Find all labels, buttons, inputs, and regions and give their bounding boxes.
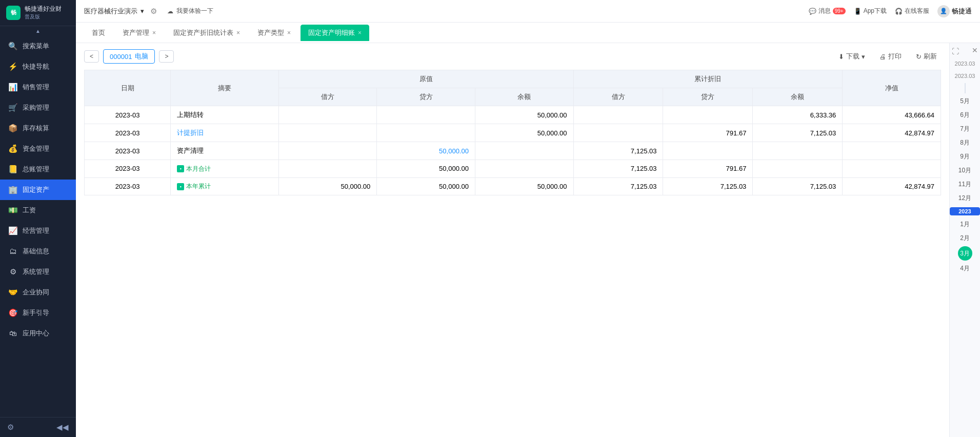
sidebar-item-label: 经营管理 bbox=[23, 226, 49, 235]
timeline-month-4[interactable]: 4月 bbox=[950, 262, 980, 275]
tab-asset-detail-close[interactable]: × bbox=[358, 29, 362, 36]
timeline-divider-1 bbox=[965, 83, 966, 93]
topbar-right: 💬 消息 99+ 📱 App下载 🎧 在线客服 👤 畅捷通 bbox=[809, 5, 972, 17]
timeline-month-7[interactable]: 7月 bbox=[950, 122, 980, 136]
tab-depreciation-table-close[interactable]: × bbox=[236, 29, 240, 36]
basicinfo-icon: 🗂 bbox=[8, 247, 17, 255]
col-original-debit: 借方 bbox=[278, 88, 377, 106]
asset-nav: < 000001 电脑 > bbox=[84, 49, 174, 64]
payroll-icon: 💵 bbox=[8, 206, 17, 215]
sidebar-item-collab[interactable]: 🤝 企业协同 bbox=[0, 282, 76, 303]
sidebar-item-guide[interactable]: 🎯 新手引导 bbox=[0, 303, 76, 323]
sidebar-item-sales[interactable]: 📊 销售管理 bbox=[0, 77, 76, 97]
sidebar-item-basicinfo[interactable]: 🗂 基础信息 bbox=[0, 241, 76, 262]
content-main: < 000001 电脑 > ⬇ 下载 ▾ 🖨 打印 bbox=[76, 43, 949, 437]
sidebar-item-funds[interactable]: 💰 资金管理 bbox=[0, 138, 76, 159]
monthly-badge: ▪ 本月合计 bbox=[177, 165, 211, 173]
sidebar-item-label: 快捷导航 bbox=[23, 62, 49, 71]
col-accum-credit: 贷方 bbox=[663, 88, 753, 106]
timeline-month-12[interactable]: 12月 bbox=[950, 191, 980, 205]
asset-next-btn[interactable]: > bbox=[159, 50, 174, 63]
sidebar-item-label: 应用中心 bbox=[23, 329, 49, 338]
message-badge: 99+ bbox=[833, 8, 846, 14]
sidebar-item-payroll[interactable]: 💵 工资 bbox=[0, 200, 76, 221]
table-row: 2023-03 计提折旧 50,000.00 791.67 7,125.03 4… bbox=[85, 124, 941, 142]
timeline-month-5[interactable]: 5月 bbox=[950, 94, 980, 108]
settings-icon[interactable]: ⚙ bbox=[7, 423, 14, 432]
customer-service-btn[interactable]: 🎧 在线客服 bbox=[895, 7, 929, 15]
system-icon: ⚙ bbox=[8, 267, 17, 276]
table-row-yearly: 2023-03 ▪ 本年累计 50,000.00 50,000.00 50,00… bbox=[85, 177, 941, 195]
tab-depreciation-table[interactable]: 固定资产折旧统计表 × bbox=[166, 25, 248, 41]
main-table: 日期 摘要 原值 累计折旧 净值 借方 贷方 余额 借方 贷方 余额 bbox=[84, 70, 941, 195]
timeline-month-3-active[interactable]: 3月 bbox=[958, 246, 972, 261]
download-icon: ⬇ bbox=[838, 53, 844, 61]
sidebar-item-label: 新手引导 bbox=[23, 308, 49, 317]
tab-asset-mgmt-close[interactable]: × bbox=[152, 29, 156, 36]
timeline-month-10[interactable]: 10月 bbox=[950, 164, 980, 177]
tabs-bar: 首页 资产管理 × 固定资产折旧统计表 × 资产类型 × 固定资产明细账 × bbox=[76, 23, 980, 43]
asset-code-box: 000001 电脑 bbox=[103, 49, 155, 64]
table-row: 2023-03 上期结转 50,000.00 6,333.36 43,666.6… bbox=[85, 106, 941, 124]
timeline-month-9[interactable]: 9月 bbox=[950, 150, 980, 164]
logo-icon: 畅 bbox=[6, 6, 21, 20]
toolbar-actions: ⬇ 下载 ▾ 🖨 打印 ↻ 刷新 bbox=[834, 50, 941, 63]
asset-prev-btn[interactable]: < bbox=[84, 50, 99, 63]
sidebar-item-label: 总账管理 bbox=[23, 165, 49, 174]
tab-asset-mgmt[interactable]: 资产管理 × bbox=[115, 25, 164, 41]
avatar: 👤 bbox=[937, 5, 950, 17]
timeline-month-6[interactable]: 6月 bbox=[950, 108, 980, 122]
timeline-month-1[interactable]: 1月 bbox=[950, 217, 980, 231]
funds-icon: 💰 bbox=[8, 144, 17, 153]
timeline-month-8[interactable]: 8月 bbox=[950, 136, 980, 150]
topbar-settings-icon[interactable]: ⚙ bbox=[150, 7, 157, 16]
customer-service-icon: 🎧 bbox=[895, 8, 903, 15]
sidebar-item-fixedassets[interactable]: 🏢 固定资产 bbox=[0, 180, 76, 200]
experience-btn[interactable]: ☁ 我要体验一下 bbox=[167, 7, 213, 15]
col-accumulated-depreciation: 累计折旧 bbox=[573, 70, 843, 88]
sidebar-item-operations[interactable]: 📈 经营管理 bbox=[0, 221, 76, 241]
user-menu[interactable]: 👤 畅捷通 bbox=[937, 5, 972, 17]
sidebar-item-quicknav[interactable]: ⚡ 快捷导航 bbox=[0, 56, 76, 77]
print-icon: 🖨 bbox=[879, 53, 886, 61]
company-selector[interactable]: 医疗器械行业演示 ▾ bbox=[84, 7, 144, 16]
tab-asset-detail[interactable]: 固定资产明细账 × bbox=[301, 25, 369, 41]
tab-asset-type[interactable]: 资产类型 × bbox=[250, 25, 298, 41]
col-date: 日期 bbox=[85, 70, 171, 106]
col-summary: 摘要 bbox=[171, 70, 279, 106]
message-btn[interactable]: 💬 消息 99+ bbox=[809, 7, 846, 15]
col-net-value: 净值 bbox=[843, 70, 941, 106]
sidebar-item-label: 搜索菜单 bbox=[23, 42, 49, 51]
sidebar-item-label: 工资 bbox=[23, 206, 36, 215]
panel-expand-btn[interactable]: ⛶ bbox=[952, 47, 959, 55]
sidebar-scroll-up[interactable]: ▲ bbox=[0, 26, 76, 36]
sidebar-item-purchase[interactable]: 🛒 采购管理 bbox=[0, 97, 76, 118]
collab-icon: 🤝 bbox=[8, 288, 17, 297]
col-original-value: 原值 bbox=[278, 70, 573, 88]
timeline-year-2023[interactable]: 2023 bbox=[950, 207, 980, 215]
download-btn[interactable]: ⬇ 下载 ▾ bbox=[834, 50, 869, 63]
print-btn[interactable]: 🖨 打印 bbox=[875, 50, 906, 63]
main-area: 医疗器械行业演示 ▾ ⚙ ☁ 我要体验一下 💬 消息 99+ 📱 App下载 🎧… bbox=[76, 0, 980, 437]
collapse-icon[interactable]: ◀◀ bbox=[56, 423, 69, 432]
sidebar-item-label: 销售管理 bbox=[23, 83, 49, 92]
sidebar-item-label: 固定资产 bbox=[23, 185, 49, 194]
inventory-icon: 📦 bbox=[8, 124, 17, 133]
panel-close-btn[interactable]: ✕ bbox=[972, 46, 978, 54]
sidebar-item-search[interactable]: 🔍 搜索菜单 bbox=[0, 36, 76, 56]
sidebar-item-system[interactable]: ⚙ 系统管理 bbox=[0, 262, 76, 282]
topbar: 医疗器械行业演示 ▾ ⚙ ☁ 我要体验一下 💬 消息 99+ 📱 App下载 🎧… bbox=[76, 0, 980, 23]
sidebar-item-appstore[interactable]: 🛍 应用中心 bbox=[0, 323, 76, 344]
timeline-month-11[interactable]: 11月 bbox=[950, 177, 980, 191]
operations-icon: 📈 bbox=[8, 226, 17, 235]
asset-name: 电脑 bbox=[135, 52, 148, 61]
asset-code: 000001 bbox=[110, 53, 132, 61]
panel-toggle[interactable]: › bbox=[949, 230, 950, 250]
app-download-btn[interactable]: 📱 App下载 bbox=[854, 7, 887, 15]
sidebar-item-inventory[interactable]: 📦 库存核算 bbox=[0, 118, 76, 138]
sidebar-item-ledger[interactable]: 📒 总账管理 bbox=[0, 159, 76, 180]
tab-home[interactable]: 首页 bbox=[84, 25, 113, 41]
tab-asset-type-close[interactable]: × bbox=[287, 29, 291, 36]
refresh-btn[interactable]: ↻ 刷新 bbox=[912, 50, 941, 63]
timeline-month-2[interactable]: 2月 bbox=[950, 231, 980, 245]
